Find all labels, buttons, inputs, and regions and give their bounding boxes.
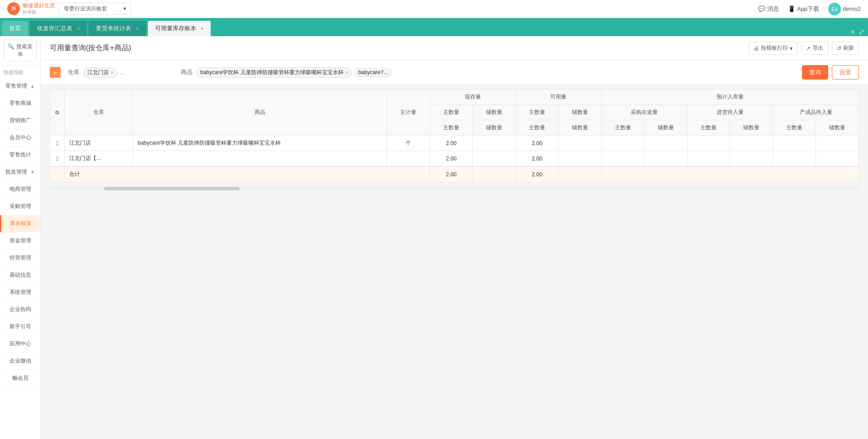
print-label: 按模板打印 [761,44,788,52]
industry-select-value: 母婴行业演示账套 [64,5,107,13]
product-filter-tags: babycare学饮杯 儿童防摔防撞吸管杯重力球吸嘴杯宝宝水杯 × babyca… [196,67,392,78]
sidebar-vip-label: 畅会员 [12,374,28,382]
scroll-thumb[interactable] [104,187,240,190]
sidebar-enterprise-label: 企业协同 [9,306,31,313]
row-production-aux-0 [816,136,859,151]
warehouse-tag-1-close[interactable]: × [111,70,113,75]
sidebar-item-wholesale-mgmt[interactable]: 批发管理 ▼ [0,164,40,181]
data-table: ⚙ 仓库 商品 主计量 现存量 可用量 预计入库量 主数量 辅数量 主数量 辅数… [50,89,859,182]
row-purchase-main-1 [601,151,644,167]
warehouse-filter-more[interactable]: ... [119,69,124,76]
col-settings-header[interactable]: ⚙ [50,90,65,136]
product-filter-group: 商品 babycare学饮杯 儿童防摔防撞吸管杯重力球吸嘴杯宝宝水杯 × bab… [181,67,392,78]
row-current-main-1: 2.00 [430,151,473,167]
filter-actions: 查询 设置 [802,65,859,80]
logo-icon: 好 [7,2,20,15]
sidebar-item-app-center[interactable]: 应用中心 [0,335,40,353]
logo-area: 好 畅捷通好生意 标准版 [7,2,55,15]
sidebar-item-member[interactable]: 会员中心 [0,129,40,146]
sidebar-item-enterprise[interactable]: 企业协同 [0,301,40,318]
sidebar-ecommerce-label: 电商管理 [9,185,31,193]
query-button[interactable]: 查询 [802,65,828,80]
product-tag-1-close[interactable]: × [345,70,348,75]
user-profile[interactable]: Ea demo2 [828,3,861,15]
sidebar-item-wechat[interactable]: 企业微信 [0,353,40,370]
sidebar-item-purchase[interactable]: 采购管理 [0,198,40,215]
product-tag-1-value: babycare学饮杯 儿童防摔防撞吸管杯重力球吸嘴杯宝宝水杯 [200,69,344,76]
row-available-aux-1 [558,151,601,167]
row-transit-aux-0 [730,136,773,151]
print-icon: 🖨 [754,45,759,52]
message-label: 消息 [767,5,779,13]
tab-home[interactable]: 首页 [2,21,28,36]
tab-income-summary-label: 收发存汇总表 [37,24,72,33]
sidebar-item-inventory[interactable]: 库存核算 [0,215,40,232]
tab-income-summary-close[interactable]: × [77,26,80,31]
search-menu-button[interactable]: 🔍 搜索菜单 [4,40,37,61]
tab-income-summary[interactable]: 收发存汇总表 × [30,21,87,36]
refresh-label: 刷新 [843,44,854,52]
tab-order-stats-close[interactable]: × [136,26,138,31]
sidebar-item-basic-info[interactable]: 基础信息 [0,267,40,284]
tab-available-stock-close[interactable]: × [201,26,203,31]
refresh-button[interactable]: ↺ 刷新 [832,42,859,55]
sidebar-item-vip[interactable]: 畅会员 [0,370,40,387]
app-download-label: App下载 [797,5,819,13]
row-purchase-aux-1 [644,151,687,167]
sidebar-item-operations[interactable]: 经营管理 [0,250,40,267]
message-button[interactable]: 💬 消息 [758,5,779,13]
sidebar-item-retail-mgmt[interactable]: 零售管理 ▲ [0,78,40,95]
col-cm-sub-aux: 辅数量 [473,120,516,136]
sidebar-retail-mall-label: 零售商城 [9,99,31,107]
table-container: ⚙ 仓库 商品 主计量 现存量 可用量 预计入库量 主数量 辅数量 主数量 辅数… [41,85,868,187]
product-tag-2-value: babycare?... [358,69,388,76]
product-tag-1[interactable]: babycare学饮杯 儿童防摔防撞吸管杯重力球吸嘴杯宝宝水杯 × [196,67,352,78]
col-unit-header: 主计量 [387,90,430,136]
industry-select[interactable]: 母婴行业演示账套 ▾ [59,3,131,15]
logo-text: 畅捷通好生意 [23,2,55,9]
col-pr-sub-main: 主数量 [773,120,816,136]
expand-filter-button[interactable]: » [50,67,61,78]
col-transit-group-header: 进货待入量 [687,105,773,120]
total-label: 合计 [65,166,430,182]
total-row: 合计 2.00 2.00 [50,166,859,182]
sidebar-wholesale-mgmt-label: 批发管理 [5,168,27,176]
tab-available-stock-label: 可用量库存账本 [155,24,196,33]
row-current-aux-0 [473,136,516,151]
tab-order-stats-label: 要货单统计表 [96,24,131,33]
row-num-0: 1 [50,136,65,151]
sidebar-item-retail-stats[interactable]: 零售统计 [0,146,40,164]
top-bar-left: 好 畅捷通好生意 标准版 母婴行业演示账套 ▾ [7,2,131,15]
row-warehouse-0: 江北门店 [65,136,133,151]
tab-order-stats[interactable]: 要货单统计表 × [89,21,146,36]
sidebar-operations-label: 经营管理 [9,254,31,262]
sidebar-item-ecommerce[interactable]: 电商管理 [0,181,40,198]
col-available-group-header: 可用量 [516,90,602,105]
warehouse-filter-label: 仓库 [68,68,80,76]
row-production-main-0 [773,136,816,151]
sidebar-item-finance[interactable]: 资金管理 [0,232,40,250]
tab-available-stock[interactable]: 可用量库存账本 × [148,21,211,36]
col-purchase-group-header: 采购在途量 [601,105,687,120]
filter-area: » 仓库 江北门店 × ... 商品 babycare学饮杯 儿童防摔防撞吸管杯… [41,61,868,85]
row-num-1: 2 [50,151,65,167]
row-available-main-0: 2.00 [516,136,559,151]
print-button[interactable]: 🖨 按模板打印 ▾ [749,42,797,55]
export-button[interactable]: ↗ 导出 [801,42,828,55]
tab-expand-button[interactable]: ⤢ [859,28,864,36]
main-layout: 🔍 搜索菜单 快捷导航 零售管理 ▲ 零售商城 营销推广 会员中心 零售统计 批… [0,36,868,439]
sidebar-item-system[interactable]: 系统管理 [0,284,40,301]
filter-settings-button[interactable]: 设置 [832,65,859,80]
total-current-aux [473,166,516,182]
top-bar: 好 畅捷通好生意 标准版 母婴行业演示账套 ▾ 💬 消息 📱 App下载 Ea … [0,0,868,18]
row-current-aux-1 [473,151,516,167]
sidebar-item-new-guide[interactable]: 新手引导 [0,318,40,335]
col-pm-sub-main: 主数量 [601,120,644,136]
sidebar-item-retail-mall[interactable]: 零售商城 [0,95,40,112]
product-tag-2[interactable]: babycare?... [354,68,392,77]
warehouse-tag-1[interactable]: 江北门店 × [83,67,118,78]
app-download-button[interactable]: 📱 App下载 [788,5,819,13]
message-icon: 💬 [758,5,765,12]
sidebar-item-marketing[interactable]: 营销推广 [0,112,40,129]
tab-close-all-button[interactable]: × [851,28,855,36]
